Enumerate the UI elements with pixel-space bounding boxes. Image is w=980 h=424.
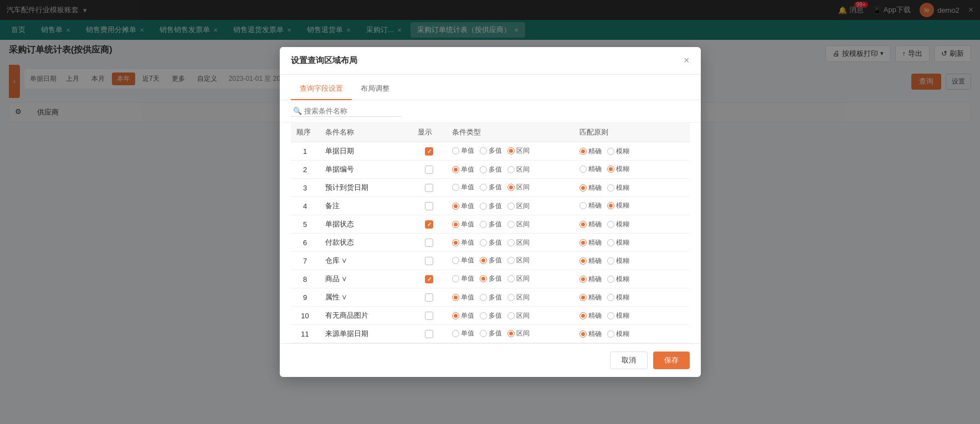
radio-circle — [607, 184, 614, 192]
type-radio-单值[interactable]: 单值 — [452, 201, 474, 211]
type-radio-多值[interactable]: 多值 — [480, 293, 502, 302]
type-radio-单值[interactable]: 单值 — [452, 311, 474, 320]
match-radio-模糊[interactable]: 模糊 — [607, 256, 629, 266]
show-checkbox[interactable] — [425, 220, 433, 229]
type-radio-单值[interactable]: 单值 — [452, 165, 474, 174]
match-radio-精确[interactable]: 精确 — [579, 311, 602, 320]
cell-show[interactable] — [412, 142, 447, 161]
show-checkbox[interactable] — [425, 239, 433, 247]
radio-label: 区间 — [516, 165, 530, 174]
radio-circle — [579, 312, 587, 319]
show-checkbox[interactable] — [425, 275, 433, 283]
show-checkbox[interactable] — [425, 202, 433, 210]
type-radio-单值[interactable]: 单值 — [452, 220, 474, 229]
type-radio-区间[interactable]: 区间 — [507, 293, 530, 302]
type-radio-多值[interactable]: 多值 — [480, 238, 502, 247]
cell-show[interactable] — [412, 197, 447, 215]
match-radio-精确[interactable]: 精确 — [579, 164, 602, 174]
type-radio-多值[interactable]: 多值 — [480, 165, 502, 174]
type-radio-多值[interactable]: 多值 — [480, 201, 502, 211]
match-radio-精确[interactable]: 精确 — [579, 329, 602, 339]
radio-circle — [507, 203, 515, 210]
cell-show[interactable] — [412, 252, 447, 270]
search-input[interactable] — [304, 107, 393, 115]
type-radio-单值[interactable]: 单值 — [452, 256, 474, 265]
type-radio-多值[interactable]: 多值 — [480, 146, 502, 156]
radio-label: 单值 — [461, 165, 474, 174]
match-radio-精确[interactable]: 精确 — [579, 201, 602, 210]
type-radio-区间[interactable]: 区间 — [507, 220, 530, 229]
dialog-close-button[interactable]: × — [684, 55, 690, 66]
match-radio-模糊[interactable]: 模糊 — [607, 164, 629, 174]
match-radio-精确[interactable]: 精确 — [579, 183, 602, 193]
match-radio-模糊[interactable]: 模糊 — [607, 201, 629, 210]
table-row: 3预计到货日期单值多值区间精确模糊 — [291, 179, 690, 197]
match-radio-模糊[interactable]: 模糊 — [607, 183, 629, 193]
type-radio-单值[interactable]: 单值 — [452, 238, 474, 247]
cell-show[interactable] — [412, 161, 447, 179]
show-checkbox[interactable] — [425, 293, 433, 302]
show-checkbox[interactable] — [425, 330, 433, 338]
table-row: 2单据编号单值多值区间精确模糊 — [291, 161, 690, 179]
type-radio-区间[interactable]: 区间 — [507, 183, 530, 192]
type-radio-区间[interactable]: 区间 — [507, 201, 530, 211]
match-radio-模糊[interactable]: 模糊 — [607, 238, 629, 247]
radio-label: 精确 — [588, 256, 602, 266]
show-checkbox[interactable] — [425, 184, 433, 192]
show-checkbox[interactable] — [425, 312, 433, 320]
type-radio-多值[interactable]: 多值 — [480, 220, 502, 229]
radio-label: 模糊 — [616, 220, 629, 229]
type-radio-区间[interactable]: 区间 — [507, 256, 530, 265]
cell-show[interactable] — [412, 215, 447, 234]
type-radio-group: 单值多值区间 — [452, 311, 530, 320]
type-radio-group: 单值多值区间 — [452, 201, 530, 211]
match-radio-精确[interactable]: 精确 — [579, 220, 602, 229]
radio-label: 多值 — [489, 183, 502, 192]
match-radio-模糊[interactable]: 模糊 — [607, 329, 629, 339]
tab-layout-label: 布局调整 — [361, 84, 389, 92]
match-radio-精确[interactable]: 精确 — [579, 147, 602, 156]
cancel-button[interactable]: 取消 — [610, 351, 648, 369]
type-radio-区间[interactable]: 区间 — [507, 311, 530, 320]
type-radio-单值[interactable]: 单值 — [452, 293, 474, 302]
cell-show[interactable] — [412, 307, 447, 325]
match-radio-精确[interactable]: 精确 — [579, 238, 602, 247]
cell-show[interactable] — [412, 179, 447, 197]
show-checkbox[interactable] — [425, 166, 433, 174]
type-radio-区间[interactable]: 区间 — [507, 165, 530, 174]
type-radio-多值[interactable]: 多值 — [480, 256, 502, 265]
type-radio-多值[interactable]: 多值 — [480, 183, 502, 192]
tab-query-fields[interactable]: 查询字段设置 — [291, 80, 352, 100]
match-radio-模糊[interactable]: 模糊 — [607, 220, 629, 229]
tab-layout[interactable]: 布局调整 — [352, 80, 398, 100]
cell-show[interactable] — [412, 270, 447, 288]
match-radio-模糊[interactable]: 模糊 — [607, 293, 629, 302]
show-checkbox[interactable] — [425, 257, 433, 265]
type-radio-区间[interactable]: 区间 — [507, 329, 530, 338]
match-radio-group: 精确模糊 — [579, 183, 629, 193]
cell-show[interactable] — [412, 234, 447, 252]
save-button[interactable]: 保存 — [653, 351, 690, 369]
match-radio-模糊[interactable]: 模糊 — [607, 275, 629, 284]
type-radio-区间[interactable]: 区间 — [507, 146, 530, 156]
radio-label: 精确 — [588, 183, 602, 193]
radio-circle — [579, 166, 587, 173]
cell-show[interactable] — [412, 325, 447, 343]
match-radio-模糊[interactable]: 模糊 — [607, 311, 629, 320]
type-radio-区间[interactable]: 区间 — [507, 238, 530, 247]
match-radio-模糊[interactable]: 模糊 — [607, 147, 629, 156]
type-radio-单值[interactable]: 单值 — [452, 274, 474, 283]
match-radio-精确[interactable]: 精确 — [579, 256, 602, 266]
type-radio-多值[interactable]: 多值 — [480, 329, 502, 338]
cell-show[interactable] — [412, 288, 447, 307]
type-radio-区间[interactable]: 区间 — [507, 274, 530, 283]
match-radio-精确[interactable]: 精确 — [579, 293, 602, 302]
show-checkbox[interactable] — [425, 147, 433, 156]
type-radio-多值[interactable]: 多值 — [480, 274, 502, 283]
cell-match: 精确模糊 — [574, 270, 690, 288]
type-radio-单值[interactable]: 单值 — [452, 183, 474, 192]
type-radio-多值[interactable]: 多值 — [480, 311, 502, 320]
match-radio-精确[interactable]: 精确 — [579, 275, 602, 284]
type-radio-单值[interactable]: 单值 — [452, 146, 474, 156]
type-radio-单值[interactable]: 单值 — [452, 329, 474, 338]
